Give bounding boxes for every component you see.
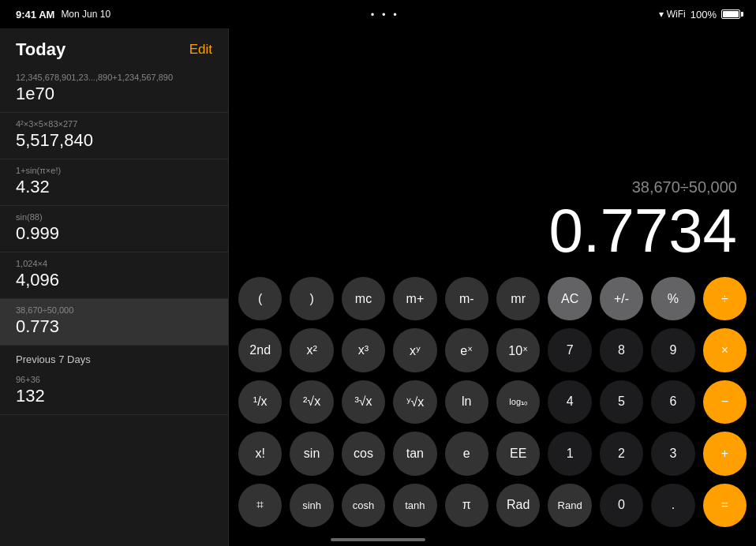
history-item[interactable]: 1+sin(π×e!)4.32 bbox=[0, 159, 228, 206]
history-list-today: 12,345,678,901,23...,890+1,234,567,8901e… bbox=[0, 66, 228, 346]
cosh-button[interactable]: cosh bbox=[342, 484, 385, 527]
history-result: 1e70 bbox=[16, 84, 212, 104]
history-item[interactable]: 12,345,678,901,23...,890+1,234,567,8901e… bbox=[0, 66, 228, 113]
ln-button[interactable]: ln bbox=[445, 380, 488, 424]
history-result: 0.773 bbox=[16, 316, 212, 337]
status-date: Mon Jun 10 bbox=[61, 9, 110, 20]
status-center: • • • bbox=[371, 9, 399, 21]
home-indicator bbox=[331, 538, 425, 541]
zero-button[interactable]: 0 bbox=[600, 484, 643, 527]
status-time: 9:41 AM bbox=[16, 9, 54, 21]
history-result: 4.32 bbox=[16, 177, 212, 197]
mr-button[interactable]: mr bbox=[496, 277, 540, 320]
equals-button[interactable]: = bbox=[703, 484, 747, 527]
history-expr: 1+sin(π×e!) bbox=[16, 166, 212, 175]
e-to-x-button[interactable]: eˣ bbox=[445, 328, 488, 372]
wifi-icon: ▾ WiFi bbox=[659, 9, 685, 20]
percent-button[interactable]: % bbox=[651, 277, 694, 320]
x-to-y-button[interactable]: xʸ bbox=[393, 328, 436, 372]
edit-button[interactable]: Edit bbox=[189, 42, 212, 58]
previous-section-header: Previous 7 Days bbox=[0, 346, 228, 368]
close-paren-button[interactable]: ) bbox=[290, 277, 333, 320]
plus-minus-button[interactable]: +/- bbox=[600, 277, 643, 320]
battery-percent: 100% bbox=[691, 9, 717, 21]
history-expr: 96+36 bbox=[16, 375, 212, 384]
open-paren-button[interactable]: ( bbox=[238, 277, 282, 320]
panel-toolbar: Today Edit bbox=[0, 28, 228, 66]
factorial-button[interactable]: x! bbox=[238, 432, 282, 475]
second-button[interactable]: 2nd bbox=[238, 328, 282, 372]
eight-button[interactable]: 8 bbox=[600, 328, 643, 372]
calc-expression: 38,670÷50,000 bbox=[632, 178, 737, 196]
battery-icon bbox=[721, 9, 740, 19]
two-button[interactable]: 2 bbox=[600, 432, 643, 475]
history-item[interactable]: 96+36132 bbox=[0, 368, 228, 415]
tan-button[interactable]: tan bbox=[393, 432, 436, 475]
rad-button[interactable]: Rad bbox=[496, 484, 540, 527]
seven-button[interactable]: 7 bbox=[548, 328, 591, 372]
nine-button[interactable]: 9 bbox=[651, 328, 694, 372]
reciprocal-button[interactable]: ¹/x bbox=[238, 380, 282, 424]
history-expr: 1,024×4 bbox=[16, 259, 212, 268]
history-result: 4,096 bbox=[16, 270, 212, 290]
log10-button[interactable]: log₁₀ bbox=[496, 380, 540, 424]
m-minus-button[interactable]: m- bbox=[445, 277, 488, 320]
history-panel: Today Edit 12,345,678,901,23...,890+1,23… bbox=[0, 28, 229, 546]
calculator-buttons: ()mcm+m-mrAC+/-%÷2ndx²x³xʸeˣ10ˣ789×¹/x²√… bbox=[229, 274, 756, 546]
x-squared-button[interactable]: x² bbox=[290, 328, 333, 372]
mc-button[interactable]: mc bbox=[342, 277, 385, 320]
history-item[interactable]: sin(88)0.999 bbox=[0, 206, 228, 252]
status-bar: 9:41 AM Mon Jun 10 • • • ▾ WiFi 100% bbox=[0, 0, 756, 28]
panel-title: Today bbox=[16, 39, 65, 60]
calculator-icon-button[interactable]: ⌗ bbox=[238, 484, 282, 527]
ac-button[interactable]: AC bbox=[548, 277, 591, 320]
add-button[interactable]: + bbox=[703, 432, 747, 475]
history-expr: sin(88) bbox=[16, 212, 212, 222]
history-expr: 38,670÷50,000 bbox=[16, 305, 212, 315]
ee-button[interactable]: EE bbox=[496, 432, 540, 475]
m-plus-button[interactable]: m+ bbox=[393, 277, 436, 320]
three-button[interactable]: 3 bbox=[651, 432, 694, 475]
history-item[interactable]: 4²×3×5×83×2775,517,840 bbox=[0, 113, 228, 159]
history-result: 0.999 bbox=[16, 223, 212, 244]
decimal-button[interactable]: . bbox=[651, 484, 694, 527]
six-button[interactable]: 6 bbox=[651, 380, 694, 424]
x-cubed-button[interactable]: x³ bbox=[342, 328, 385, 372]
pi-button[interactable]: π bbox=[445, 484, 488, 527]
history-list-previous: 96+36132 bbox=[0, 368, 228, 415]
calculator-display: 38,670÷50,000 0.7734 bbox=[229, 28, 756, 274]
four-button[interactable]: 4 bbox=[548, 380, 591, 424]
subtract-button[interactable]: − bbox=[703, 380, 747, 424]
tanh-button[interactable]: tanh bbox=[393, 484, 436, 527]
calc-result: 0.7734 bbox=[548, 200, 737, 261]
euler-button[interactable]: e bbox=[445, 432, 488, 475]
sqrt2-button[interactable]: ²√x bbox=[290, 380, 333, 424]
history-expr: 4²×3×5×83×277 bbox=[16, 119, 212, 129]
calculator-main: 38,670÷50,000 0.7734 ()mcm+m-mrAC+/-%÷2n… bbox=[229, 28, 756, 546]
history-result: 5,517,840 bbox=[16, 130, 212, 151]
status-right: ▾ WiFi 100% bbox=[659, 9, 740, 21]
divide-button[interactable]: ÷ bbox=[703, 277, 747, 320]
history-item[interactable]: 38,670÷50,0000.773 bbox=[0, 299, 228, 346]
history-item[interactable]: 1,024×44,096 bbox=[0, 252, 228, 299]
rand-button[interactable]: Rand bbox=[548, 484, 591, 527]
sqrt3-button[interactable]: ³√x bbox=[342, 380, 385, 424]
five-button[interactable]: 5 bbox=[600, 380, 643, 424]
ten-to-x-button[interactable]: 10ˣ bbox=[496, 328, 540, 372]
history-result: 132 bbox=[16, 386, 212, 406]
cos-button[interactable]: cos bbox=[342, 432, 385, 475]
sinh-button[interactable]: sinh bbox=[290, 484, 333, 527]
one-button[interactable]: 1 bbox=[548, 432, 591, 475]
sqrty-button[interactable]: ʸ√x bbox=[393, 380, 436, 424]
sin-button[interactable]: sin bbox=[290, 432, 333, 475]
history-expr: 12,345,678,901,23...,890+1,234,567,890 bbox=[16, 73, 212, 82]
multiply-button[interactable]: × bbox=[703, 328, 747, 372]
